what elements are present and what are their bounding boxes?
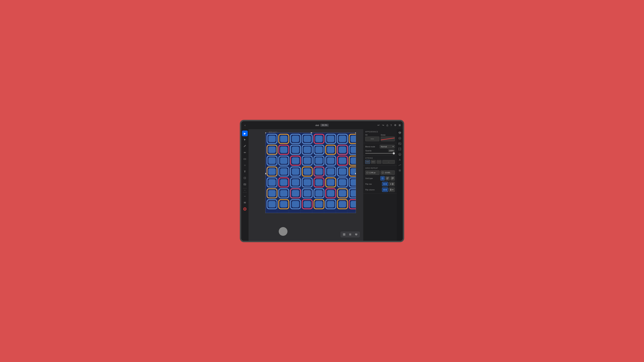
svg-rect-105 [350,190,356,197]
mini-grid-icon[interactable] [342,232,346,237]
fill-swatch-inner [371,139,374,139]
svg-rect-86 [315,179,323,186]
svg-rect-179 [386,189,387,191]
tool-separator-1 [243,188,247,188]
crop-tool[interactable] [242,175,248,181]
flip-row-flip-btn[interactable] [389,182,395,186]
pencil-tool[interactable]: ✏ [242,150,248,155]
svg-rect-34 [268,146,276,153]
opacity-slider-thumb[interactable] [392,152,395,155]
zoom-level[interactable]: 39.3% [320,124,329,127]
direct-select-tool[interactable] [242,137,248,143]
pattern-background [265,133,356,213]
svg-rect-52 [292,157,299,164]
flip-col-normal-btn[interactable] [382,188,388,192]
svg-point-8 [244,209,245,210]
grid-y-field[interactable]: -10.693... [380,170,395,175]
svg-rect-173 [393,177,394,178]
grid-x-value: 1,546 px [369,172,376,174]
back-button[interactable]: ‹ [243,123,247,128]
svg-rect-121 [350,201,356,207]
canvas-area[interactable]: Artboard 1 [248,129,363,241]
stroke-dotted-btn[interactable] [377,160,381,164]
stroke-width-field[interactable]: -- [382,160,395,164]
svg-rect-57 [350,157,356,164]
stroke-swatch[interactable] [381,137,395,141]
svg-rect-163 [383,177,384,178]
svg-point-188 [399,150,399,150]
pen-tool[interactable] [242,143,248,149]
align-tool[interactable] [242,200,248,205]
rail-settings-icon[interactable] [398,168,402,173]
fill-label: Fill [365,134,379,136]
share-icon[interactable]: ⎙ [386,124,388,127]
svg-rect-169 [386,178,387,179]
tool-dots: •• [244,189,246,191]
svg-rect-38 [315,146,323,153]
handle-mid-right[interactable] [355,173,356,174]
opacity-value[interactable]: 100% [388,149,395,152]
svg-rect-51 [280,157,288,164]
svg-rect-148 [343,233,344,234]
svg-rect-104 [339,190,346,197]
text-tool[interactable]: T [242,169,248,174]
svg-rect-36 [292,146,299,153]
rail-image-icon[interactable] [398,141,402,146]
eraser-tool[interactable] [242,156,248,162]
svg-rect-103 [327,190,334,197]
svg-rect-54 [315,157,323,164]
opacity-slider-track[interactable] [365,153,395,154]
select-tool[interactable]: ▶ [242,131,248,136]
svg-rect-85 [304,179,311,186]
svg-rect-69 [304,168,311,175]
svg-rect-1 [244,177,246,179]
stroke-solid-btn[interactable] [365,160,370,164]
minus-tool[interactable]: − [242,193,248,199]
svg-rect-98 [268,190,276,197]
rail-layers-icon[interactable] [398,131,402,135]
svg-rect-24 [339,136,346,142]
fill-swatch[interactable] [365,137,379,141]
grid-type-brick-col-btn[interactable] [390,176,395,180]
stroke-color-tool[interactable] [242,206,248,212]
blend-mode-select[interactable]: Normal ▾ [380,145,395,148]
svg-point-191 [400,170,400,171]
fill-box: Fill [365,134,379,141]
mini-list-icon[interactable] [348,232,352,237]
rail-transform-icon[interactable] [398,147,402,151]
stroke-swatch-line [381,138,394,140]
svg-rect-35 [280,146,288,153]
svg-rect-174 [384,183,385,185]
grid-repeat-title: GRID REPEAT [365,167,395,169]
rail-style-icon[interactable] [398,136,402,141]
svg-rect-120 [339,201,346,207]
layers-icon[interactable]: ⊞ [399,124,401,127]
grid-type-brick-row-btn[interactable] [386,176,390,180]
redo-icon[interactable]: ↪ [382,124,384,127]
stroke-dashed-btn[interactable] [371,160,376,164]
svg-rect-0 [244,159,246,160]
grid-type-grid-btn[interactable] [380,176,385,180]
flip-column-row: Flip column [365,188,395,192]
settings-icon[interactable]: ⚙ [394,124,396,127]
help-icon[interactable]: ? [390,124,392,127]
svg-rect-71 [327,168,334,175]
appearance-section: APPEARANCE Fill Stroke [363,129,397,143]
shape-tool[interactable]: ○ [242,162,248,168]
flip-col-flip-btn[interactable] [389,188,395,192]
svg-rect-166 [386,177,388,178]
pattern-svg [265,133,356,213]
flip-row-buttons [382,182,395,186]
mini-layers-icon[interactable] [354,232,358,237]
svg-rect-101 [304,190,311,197]
svg-rect-83 [280,179,288,186]
undo-icon[interactable]: ↩ [378,124,380,127]
rail-curve-icon[interactable] [398,163,402,167]
rail-character-icon[interactable] [398,157,402,162]
grid-x-field[interactable]: 1,546 px [365,170,380,175]
rail-export-icon[interactable] [398,152,402,157]
float-button[interactable] [279,227,288,236]
image-tool[interactable] [242,182,248,187]
svg-rect-37 [304,146,311,153]
flip-row-normal-btn[interactable] [382,182,388,186]
